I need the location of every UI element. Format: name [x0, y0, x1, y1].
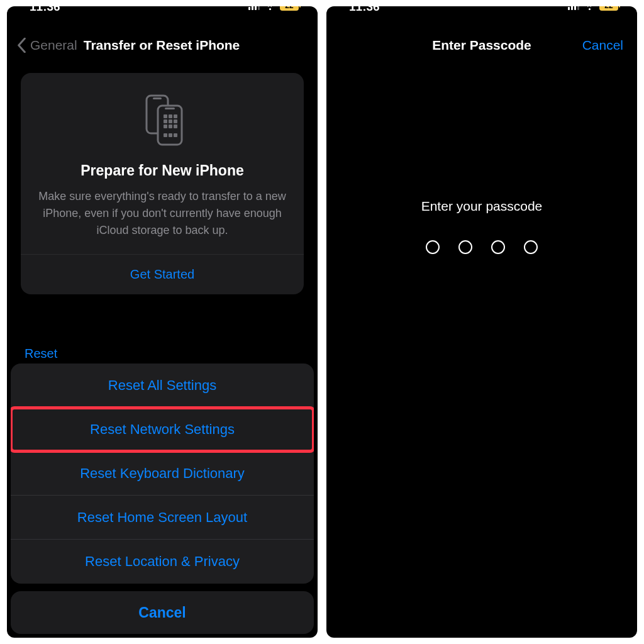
cellular-icon	[248, 6, 260, 10]
chevron-left-icon	[17, 38, 26, 53]
status-right: 22	[248, 6, 299, 11]
prepare-body: Make sure everything's ready to transfer…	[35, 188, 290, 239]
reset-network-settings[interactable]: Reset Network Settings	[11, 408, 314, 452]
reset-all-settings[interactable]: Reset All Settings	[11, 364, 314, 408]
phone-right: 11:36 22 Enter Passcode Cancel Enter you…	[326, 6, 637, 638]
page-title: Transfer or Reset iPhone	[84, 38, 240, 53]
battery-icon: 22	[280, 6, 299, 11]
svg-rect-6	[174, 114, 177, 118]
two-phones-icon	[35, 92, 290, 148]
nav-bar: General Transfer or Reset iPhone	[7, 18, 318, 73]
svg-rect-5	[169, 114, 172, 118]
passcode-dot	[426, 240, 440, 254]
action-sheet: Reset All Settings Reset Network Setting…	[7, 364, 318, 638]
passcode-dot	[524, 240, 538, 254]
svg-rect-14	[169, 133, 172, 137]
status-right: 22	[568, 6, 618, 11]
svg-rect-15	[174, 133, 177, 137]
status-time: 11:36	[30, 6, 60, 14]
svg-rect-12	[174, 125, 177, 128]
svg-rect-7	[164, 119, 167, 123]
wifi-icon	[264, 6, 276, 11]
status-time: 11:36	[349, 6, 380, 14]
svg-rect-11	[169, 125, 172, 128]
status-bar: 11:36 22	[326, 6, 637, 18]
svg-rect-10	[164, 125, 167, 128]
cellular-icon	[568, 6, 579, 10]
back-button[interactable]: General	[17, 38, 77, 53]
reset-keyboard-dictionary[interactable]: Reset Keyboard Dictionary	[11, 452, 314, 496]
phone-left: 11:36 22 General Transfer or Reset iPhon…	[7, 6, 318, 638]
reset-home-screen-layout[interactable]: Reset Home Screen Layout	[11, 496, 314, 540]
passcode-dot	[491, 240, 505, 254]
back-label: General	[30, 38, 77, 53]
passcode-dot	[458, 240, 472, 254]
svg-rect-8	[169, 119, 172, 123]
svg-rect-4	[164, 114, 167, 118]
svg-rect-3	[165, 108, 175, 109]
get-started-button[interactable]: Get Started	[35, 255, 290, 294]
action-sheet-group: Reset All Settings Reset Network Setting…	[11, 364, 314, 584]
wifi-icon	[583, 6, 596, 11]
battery-icon: 22	[599, 6, 618, 11]
passcode-dots[interactable]	[326, 240, 637, 254]
svg-rect-9	[174, 119, 177, 123]
action-sheet-cancel[interactable]: Cancel	[11, 591, 314, 634]
prepare-heading: Prepare for New iPhone	[35, 162, 290, 179]
reset-location-privacy[interactable]: Reset Location & Privacy	[11, 540, 314, 584]
reset-label-underlap: Reset	[7, 347, 318, 364]
status-bar: 11:36 22	[7, 6, 318, 18]
nav-bar: Enter Passcode Cancel	[326, 18, 637, 73]
passcode-area: Enter your passcode	[326, 199, 637, 254]
passcode-prompt: Enter your passcode	[326, 199, 637, 214]
cancel-button[interactable]: Cancel	[582, 38, 623, 53]
svg-rect-13	[164, 133, 167, 137]
svg-rect-1	[153, 97, 162, 99]
prepare-card: Prepare for New iPhone Make sure everyth…	[21, 73, 304, 294]
